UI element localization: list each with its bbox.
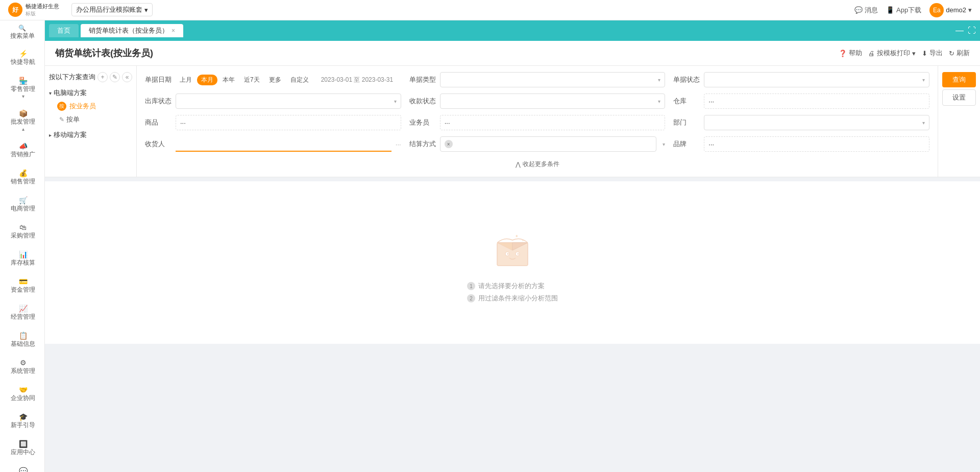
tab-home[interactable]: 首页: [49, 24, 79, 37]
sidebar-item-system[interactable]: ⚙ 系统管理: [0, 353, 44, 381]
search-icon: 🔍: [18, 25, 26, 32]
quick-nav-icon: ⚡: [19, 50, 28, 58]
doc-status-select[interactable]: [704, 72, 929, 87]
sidebar-item-retail[interactable]: 🏪 零售管理 ▾: [0, 72, 44, 104]
settings-button[interactable]: 设置: [942, 89, 976, 106]
filter-area: 按以下方案查询 + ✎ « ▾ 电脑端方案: [45, 66, 980, 177]
tree-parent-mobile[interactable]: ▸ 移动端方案: [49, 128, 132, 141]
sidebar-item-enterprise[interactable]: 🤝 企业协同: [0, 381, 44, 408]
message-label: 消息: [865, 6, 878, 15]
top-bar: 好 畅捷通好生意 标版 办公用品行业模拟账套 ▾ 💬 消息 📱 App下载: [0, 0, 980, 20]
staff-scheme-icon: 按: [57, 102, 66, 111]
warehouse-input[interactable]: ···: [704, 93, 929, 109]
message-action[interactable]: 💬 消息: [854, 6, 878, 15]
filter-warehouse: 仓库 ···: [673, 93, 929, 109]
staff-label: 业务员: [409, 118, 436, 127]
date-tab-last-month[interactable]: 上月: [176, 75, 196, 85]
goods-label: 商品: [145, 118, 172, 127]
refresh-btn[interactable]: ↻ 刷新: [949, 49, 970, 58]
collapse-panel-btn[interactable]: «: [122, 72, 132, 82]
help-btn[interactable]: ❓ 帮助: [839, 49, 862, 58]
department-arrow-icon: [922, 120, 925, 126]
app-download-label: App下载: [896, 6, 921, 15]
tab-expand-icon[interactable]: ⛶: [968, 26, 976, 35]
consignee-input[interactable]: [176, 136, 391, 152]
consignee-label: 收货人: [145, 139, 172, 149]
date-tab-this-year[interactable]: 本年: [218, 75, 239, 85]
settlement-tag-close[interactable]: ×: [445, 140, 453, 148]
collapse-area: ⋀ 收起更多条件: [145, 158, 929, 171]
doc-type-arrow-icon: [658, 77, 660, 83]
tree-parent-desktop[interactable]: ▾ 电脑端方案: [49, 86, 132, 100]
empty-state-icon: ✦ ✦: [487, 222, 538, 273]
department-select[interactable]: [704, 115, 929, 130]
sidebar-item-ecommerce[interactable]: 🛒 电商管理: [0, 191, 44, 218]
date-tab-more[interactable]: 更多: [265, 75, 285, 85]
sidebar-item-finance[interactable]: 💳 资金管理: [0, 272, 44, 299]
goods-input[interactable]: ···: [176, 115, 401, 130]
app-download-action[interactable]: 📱 App下载: [886, 6, 921, 15]
tree-sub-by-order[interactable]: ✎ 按单: [49, 113, 132, 126]
settlement-input[interactable]: ×: [440, 136, 657, 152]
operations-label: 经营管理: [11, 313, 35, 321]
logo-icon: 好: [8, 3, 22, 17]
add-scheme-btn[interactable]: +: [97, 72, 108, 82]
sidebar-item-search[interactable]: 🔍 搜索菜单: [0, 20, 44, 44]
left-panel: 按以下方案查询 + ✎ « ▾ 电脑端方案: [45, 66, 137, 177]
enterprise-label: 企业协同: [11, 394, 35, 403]
app-center-label: 应用中心: [11, 448, 35, 457]
query-button[interactable]: 查询: [942, 72, 976, 87]
filter-out-status: 出库状态: [145, 93, 401, 109]
sidebar-item-inventory[interactable]: 📊 库存核算: [0, 245, 44, 272]
staff-input[interactable]: ···: [440, 115, 666, 130]
tree-group-desktop: ▾ 电脑端方案 按 按业务员 ✎ 按单: [49, 86, 132, 126]
sidebar-item-purchase[interactable]: 🛍 采购管理: [0, 218, 44, 245]
export-btn[interactable]: ⬇ 导出: [922, 49, 943, 58]
sidebar-item-quick-nav[interactable]: ⚡ 快捷导航: [0, 44, 44, 72]
export-label: 导出: [929, 49, 943, 58]
consignee-dots[interactable]: ···: [396, 140, 401, 148]
date-tab-custom[interactable]: 自定义: [286, 75, 313, 85]
guide-icon: 🎓: [19, 413, 28, 421]
sidebar-item-wholesale[interactable]: 📦 批发管理 ▴: [0, 104, 44, 137]
user-area[interactable]: Ea demo2 ▾: [929, 3, 972, 17]
avatar-text: Ea: [933, 7, 941, 14]
receive-status-label: 收款状态: [409, 97, 436, 106]
sidebar-item-operations[interactable]: 📈 经营管理: [0, 299, 44, 326]
warehouse-label: 仓库: [673, 97, 700, 106]
left-panel-header: 按以下方案查询 + ✎ «: [49, 72, 132, 82]
tab-active-report[interactable]: 销货单统计表（按业务员） ×: [81, 24, 183, 37]
user-name: demo2: [946, 6, 966, 14]
date-tab-this-month[interactable]: 本月: [197, 75, 217, 85]
sidebar-item-wechat[interactable]: 💬 企业微信: [0, 462, 44, 472]
tab-minimize-icon[interactable]: —: [955, 26, 964, 35]
out-status-select[interactable]: [176, 93, 401, 109]
tree-child-by-staff[interactable]: 按 按业务员: [49, 100, 132, 113]
system-icon: ⚙: [20, 359, 27, 367]
collapse-btn[interactable]: ⋀ 收起更多条件: [516, 160, 559, 169]
receive-status-arrow-icon: [658, 99, 660, 104]
date-tab-7days[interactable]: 近7天: [240, 75, 264, 85]
logo-text-area: 畅捷通好生意 标版: [26, 3, 59, 17]
sidebar-item-marketing[interactable]: 📣 营销推广: [0, 137, 44, 164]
sidebar-item-sales[interactable]: 💰 销售管理: [0, 164, 44, 191]
step-1-text: 请先选择要分析的方案: [478, 281, 545, 291]
edit-scheme-btn[interactable]: ✎: [110, 72, 120, 82]
sidebar-item-guide[interactable]: 🎓 新手引导: [0, 408, 44, 435]
sidebar-item-basic-info[interactable]: 📋 基础信息: [0, 326, 44, 353]
app-center-icon: 🔲: [19, 440, 28, 448]
filter-staff: 业务员 ···: [409, 115, 666, 130]
sidebar-item-app-center[interactable]: 🔲 应用中心: [0, 435, 44, 462]
doc-status-arrow-icon: [922, 77, 925, 83]
by-order-label: 按单: [66, 115, 80, 124]
print-dropdown[interactable]: 🖨 按模板打印 ▾: [868, 49, 916, 58]
out-status-label: 出库状态: [145, 97, 172, 106]
tab-close-icon[interactable]: ×: [172, 27, 175, 34]
doc-type-select[interactable]: [440, 72, 666, 87]
app-selector[interactable]: 办公用品行业模拟账套 ▾: [71, 3, 153, 16]
brand-input[interactable]: ···: [704, 136, 929, 152]
app-arrow: ▾: [144, 6, 148, 14]
receive-status-select[interactable]: [440, 93, 666, 109]
mobile-scheme-label: 移动端方案: [54, 130, 87, 139]
refresh-label: 刷新: [957, 49, 970, 58]
